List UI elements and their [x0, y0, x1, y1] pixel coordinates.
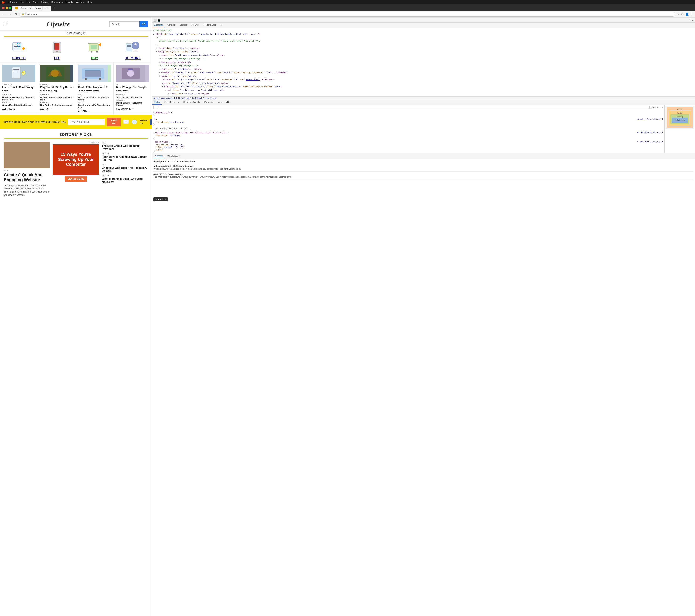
- styles-filter-input[interactable]: [153, 106, 650, 109]
- editors-picks-title: EDITORS' PICKS: [4, 133, 148, 139]
- col2-art1-title[interactable]: Get Alexa Smart Groups Working Right: [40, 96, 73, 101]
- refresh-btn[interactable]: ↻: [14, 12, 18, 17]
- col3-all-link[interactable]: ALL BUY →: [78, 110, 90, 112]
- devtools-more-icon[interactable]: ⋮: [689, 19, 691, 22]
- html-line-section[interactable]: ▼ <section id="article-columns_1-0" clas…: [152, 85, 695, 89]
- console-tab-console[interactable]: Console: [153, 154, 165, 158]
- newsletter-email-input[interactable]: [68, 119, 105, 125]
- menu-chrome[interactable]: Chrome: [9, 1, 17, 3]
- star-icon[interactable]: ☆: [677, 12, 679, 16]
- rule-blocktitle-source[interactable]: eNodVFtyhSA.A.min.css:1: [637, 141, 663, 144]
- col1-all-link[interactable]: ALL HOW TO →: [2, 108, 18, 110]
- col2-all-link[interactable]: ALL FIX →: [40, 108, 51, 110]
- search-input[interactable]: [109, 21, 139, 27]
- col4-art1-title[interactable]: Secretly Open A Snapchat: [116, 96, 149, 99]
- col3-main-title[interactable]: Control The Temp With A Smart Thermostat: [78, 86, 112, 92]
- hamburger-menu[interactable]: ☰: [4, 22, 7, 27]
- html-line-svg2[interactable]: ▶ <svg class="is-hidden">...</svg>: [152, 68, 695, 71]
- devtools-tab-performance[interactable]: Performance: [202, 22, 218, 28]
- devtools-tab-console[interactable]: Console: [165, 22, 177, 28]
- category-domore[interactable]: DO MORE: [114, 37, 152, 62]
- styles-tab-props[interactable]: Properties: [202, 100, 216, 105]
- col1-art2-title[interactable]: Create Excel Data Dashboards: [2, 104, 35, 106]
- pick1-title[interactable]: Create A Quick And Engaging Website: [4, 172, 50, 182]
- col2-art2-title[interactable]: How To Fix Outlook Autocorrect: [40, 104, 73, 106]
- back-btn[interactable]: ←: [1, 12, 6, 17]
- rule-star-source[interactable]: eNodVFtyhSA.A.min.css:1: [637, 118, 663, 121]
- html-line-ul[interactable]: ▼ <ul class="article-columns-list with-b…: [152, 89, 695, 92]
- col1-main-title[interactable]: Learn How To Read Binary Code: [2, 86, 35, 92]
- extensions-icon[interactable]: ⚙: [681, 12, 684, 16]
- html-line-svg1[interactable]: ▶ <svg class="mntl-svg-resource is-hidde…: [152, 53, 695, 57]
- html-line-h2[interactable]: ▶ <h2 class="section-title"></h2>: [152, 92, 695, 95]
- window-min-btn[interactable]: [6, 7, 8, 9]
- devtools-device-icon[interactable]: 📱: [157, 19, 160, 22]
- html-line-main[interactable]: ▼ <main id="main" role="main">: [152, 74, 695, 78]
- category-howto[interactable]: HOW TO: [0, 37, 38, 62]
- address-bar[interactable]: 🔒 lifewire.com: [19, 12, 675, 17]
- devtools-close-icon[interactable]: ✕: [692, 19, 694, 22]
- html-line-html[interactable]: ▶ <html id="homeTemplate_1-0" class="com…: [152, 32, 695, 36]
- col4-all-link[interactable]: ALL DO MORE →: [116, 108, 133, 110]
- html-line-head[interactable]: ▶ <head class="loc head">...</head>: [152, 47, 695, 50]
- devtools-tab-sources[interactable]: Sources: [177, 22, 189, 28]
- url-display[interactable]: lifewire.com: [26, 13, 37, 16]
- new-tab-btn[interactable]: +: [51, 5, 56, 11]
- html-line-header[interactable]: ▶ <header id="header_1-0" class="comp he…: [152, 71, 695, 74]
- console-tab-whatsnew[interactable]: What's New ×: [166, 154, 182, 158]
- window-max-btn[interactable]: [9, 7, 11, 9]
- pick5-title[interactable]: Choose A Web Host And Register A Domain: [102, 166, 148, 172]
- col4-main-title[interactable]: Best VR Apps For Google Cardboard: [116, 86, 149, 92]
- pick4-title[interactable]: Four Ways to Get Your Own Domain For Fre…: [102, 155, 148, 161]
- screenshot-badge-wrap: Screenshot: [152, 197, 695, 202]
- styles-tab-styles[interactable]: Styles: [152, 100, 162, 105]
- styles-tab-access[interactable]: Accessibility: [216, 100, 232, 105]
- tab-close-btn[interactable]: ✕: [47, 7, 48, 9]
- menu-icon[interactable]: ⋮: [691, 12, 694, 16]
- col3-art2-title[interactable]: Best Portables For Your Outdoor Life: [78, 104, 112, 108]
- devtools-inspect-icon[interactable]: ⬜: [153, 19, 156, 22]
- menu-bookmarks[interactable]: Bookmarks: [51, 1, 63, 3]
- box-model-panel: margin border padding auto × auto: [665, 105, 695, 153]
- col2-main-title[interactable]: Play Fortnite On Any Device With Less La…: [40, 86, 73, 92]
- devtools-tab-more[interactable]: »: [218, 22, 224, 28]
- styles-tab-dom[interactable]: DOM Breakpoints: [181, 100, 202, 105]
- forward-btn[interactable]: →: [7, 12, 12, 17]
- pick6-title[interactable]: What Is Domain Email, And Who Needs It?: [102, 177, 148, 183]
- devtools-tab-network[interactable]: Network: [190, 22, 202, 28]
- pick2-cta-btn[interactable]: LEARN MORE: [65, 176, 87, 181]
- rule-element-style: element.style { }: [153, 111, 663, 117]
- howto-icon: [1, 40, 36, 55]
- pseudo-cls-label[interactable]: :hov .cls +: [650, 107, 663, 109]
- window-close-btn[interactable]: [2, 7, 4, 9]
- search-button[interactable]: GO: [139, 21, 148, 27]
- site-logo[interactable]: Lifewire: [46, 20, 70, 28]
- menu-window[interactable]: Window: [76, 1, 84, 3]
- html-line-body[interactable]: ▶ <body data-gr-c-s-loaded="true">: [152, 50, 695, 53]
- domore-label: DO MORE: [115, 56, 150, 60]
- menu-file[interactable]: File: [20, 1, 23, 3]
- facebook-btn[interactable]: f Facebook: [150, 119, 152, 125]
- svg-marker-4: [22, 47, 25, 50]
- devtools-tab-elements[interactable]: Elements: [152, 22, 165, 28]
- menu-people[interactable]: People: [66, 1, 73, 3]
- newsletter-signup-btn[interactable]: SIGN UP: [107, 118, 121, 126]
- menu-help[interactable]: Help: [87, 1, 92, 3]
- html-line-noscript[interactable]: ▶ <noscript>...</noscript>: [152, 60, 695, 64]
- col4-art2-title[interactable]: Stop Falling for Instagram Hoaxes: [116, 102, 149, 106]
- html-line-iframe[interactable]: <iframe id="height-change-listener" role…: [152, 78, 695, 82]
- html-line-image-nav[interactable]: <div id="image-nav_1-0" class="comp imag…: [152, 82, 695, 85]
- menu-edit[interactable]: Edit: [27, 1, 30, 3]
- category-buy[interactable]: BUY: [76, 37, 114, 62]
- styles-tab-event[interactable]: Event Listeners: [162, 100, 181, 105]
- rule-first-source[interactable]: eNodVFtyhSA.A.min.css:1: [637, 131, 663, 134]
- pick1-desc: Find a web host with the tools and websi…: [4, 184, 50, 197]
- col3-art1-title[interactable]: Get The Best GPS Trackers For Hiking: [78, 96, 112, 101]
- browser-tab-active[interactable]: Lifewire - Tech Untangled ✕: [12, 6, 51, 11]
- menu-history[interactable]: History: [41, 1, 48, 3]
- pick3-title[interactable]: The Best Cheap Web Hosting Providers: [102, 144, 148, 151]
- menu-view[interactable]: View: [33, 1, 38, 3]
- profile-icon[interactable]: 👤: [685, 12, 689, 16]
- col1-art1-title[interactable]: How Much Data Does Streaming Music Use: [2, 96, 35, 101]
- category-fix[interactable]: FIX: [38, 37, 76, 62]
